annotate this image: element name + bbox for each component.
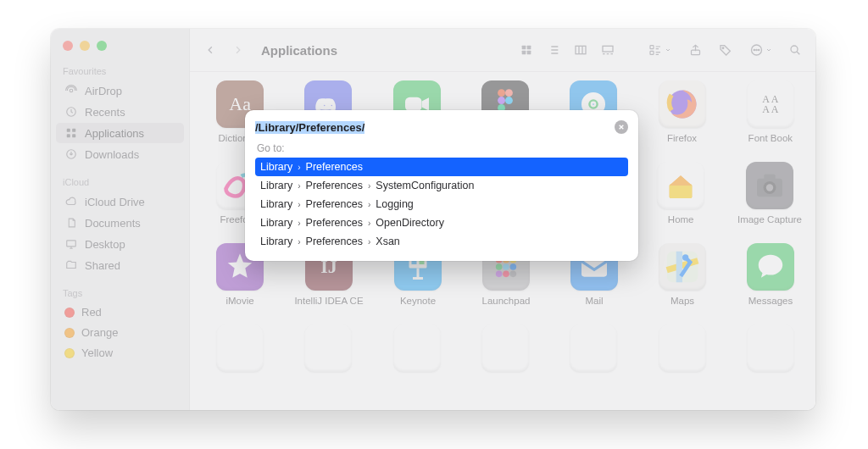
view-list-button[interactable] xyxy=(541,40,566,60)
sidebar-item-label: Applications xyxy=(85,127,144,140)
svg-rect-11 xyxy=(527,51,531,55)
svg-point-47 xyxy=(496,263,503,270)
path-segment: Library xyxy=(260,180,292,191)
location-title: Applications xyxy=(261,43,337,58)
sidebar-item-tag-red[interactable]: Red xyxy=(56,302,184,322)
sidebar-item-documents[interactable]: Documents xyxy=(56,213,184,233)
app-item[interactable]: Home xyxy=(649,162,712,224)
app-item[interactable] xyxy=(650,324,713,372)
sidebar-item-label: Documents xyxy=(85,217,141,230)
chevron-right-icon: › xyxy=(366,200,372,209)
path-segment: Preferences xyxy=(306,180,363,191)
share-button[interactable] xyxy=(683,40,707,60)
app-icon xyxy=(304,324,352,372)
app-item[interactable] xyxy=(562,324,625,372)
sidebar-item-downloads[interactable]: Downloads xyxy=(56,144,184,164)
sidebar: Favourites AirDrop Recents Applications xyxy=(51,29,190,410)
path-segment: SystemConfiguration xyxy=(376,180,474,191)
actions-button[interactable] xyxy=(744,40,776,60)
svg-point-34 xyxy=(592,103,595,106)
search-button[interactable] xyxy=(783,40,807,60)
app-item[interactable]: A A A AFont Book xyxy=(739,80,802,143)
view-icons-button[interactable] xyxy=(514,40,539,60)
svg-point-19 xyxy=(754,49,754,50)
path-segment: Logging xyxy=(376,198,414,210)
svg-point-49 xyxy=(510,263,517,270)
nav-back-button[interactable] xyxy=(198,40,222,60)
svg-point-22 xyxy=(791,46,798,53)
clear-input-button[interactable] xyxy=(615,120,628,134)
go-to-suggestion[interactable]: Library›Preferences›Xsan xyxy=(255,232,628,251)
svg-rect-9 xyxy=(527,46,531,50)
app-label: Keynote xyxy=(400,296,436,306)
path-segment: Preferences xyxy=(306,161,363,173)
go-to-suggestion[interactable]: Library›Preferences›SystemConfiguration xyxy=(255,176,628,195)
toolbar: Applications xyxy=(190,29,815,72)
app-item[interactable] xyxy=(739,324,802,372)
app-icon xyxy=(747,324,794,372)
svg-point-48 xyxy=(503,263,509,270)
app-label: IntelliJ IDEA CE xyxy=(294,296,363,306)
app-label: Maps xyxy=(670,296,694,306)
sidebar-item-label: iCloud Drive xyxy=(85,196,145,208)
app-item[interactable] xyxy=(209,324,271,372)
window-controls xyxy=(51,37,189,54)
sidebar-item-applications[interactable]: Applications xyxy=(56,123,184,143)
shared-folder-icon xyxy=(64,258,78,272)
svg-point-20 xyxy=(755,49,756,50)
svg-rect-15 xyxy=(650,51,654,54)
app-label: Mail xyxy=(585,296,603,306)
app-item[interactable] xyxy=(474,324,537,372)
sidebar-item-airdrop[interactable]: AirDrop xyxy=(56,80,184,101)
desktop-icon xyxy=(64,237,78,251)
svg-rect-2 xyxy=(67,129,70,132)
chevron-right-icon: › xyxy=(366,181,372,191)
app-icon xyxy=(481,324,529,372)
zoom-window-button[interactable] xyxy=(97,41,107,51)
svg-rect-8 xyxy=(522,46,526,50)
path-segment: Library xyxy=(260,198,292,210)
chevron-right-icon: › xyxy=(296,200,302,209)
app-item[interactable] xyxy=(386,324,448,372)
sidebar-item-recents[interactable]: Recents xyxy=(56,102,184,122)
view-gallery-button[interactable] xyxy=(595,40,620,60)
sidebar-item-shared[interactable]: Shared xyxy=(56,255,184,275)
close-window-button[interactable] xyxy=(63,41,73,51)
group-by-button[interactable] xyxy=(643,40,676,60)
svg-point-55 xyxy=(682,254,688,260)
tag-dot-icon xyxy=(64,348,75,358)
svg-point-40 xyxy=(766,184,773,191)
svg-rect-7 xyxy=(67,241,76,247)
path-segment: Xsan xyxy=(376,236,400,247)
minimize-window-button[interactable] xyxy=(80,41,90,51)
app-label: Image Capture xyxy=(737,214,802,224)
sidebar-item-tag-orange[interactable]: Orange xyxy=(56,323,184,342)
app-label: Launchpad xyxy=(482,296,531,306)
sidebar-item-label: Yellow xyxy=(81,346,113,359)
go-to-suggestion[interactable]: Library›Preferences›OpenDirectory xyxy=(255,213,628,232)
path-segment: Preferences xyxy=(306,198,363,210)
app-icon xyxy=(659,324,706,372)
sidebar-item-desktop[interactable]: Desktop xyxy=(56,234,184,254)
nav-forward-button[interactable] xyxy=(225,40,249,60)
chevron-right-icon: › xyxy=(296,219,302,228)
app-icon xyxy=(657,162,704,209)
view-columns-button[interactable] xyxy=(568,40,593,60)
sidebar-section-icloud: iCloud xyxy=(51,165,189,191)
app-item[interactable] xyxy=(297,324,359,372)
go-to-suggestion[interactable]: Library›Preferences›Logging xyxy=(255,195,628,213)
app-label: Messages xyxy=(748,296,793,306)
app-item[interactable]: Messages xyxy=(739,243,802,306)
svg-rect-25 xyxy=(406,98,420,110)
go-to-folder-input[interactable] xyxy=(255,121,615,134)
sidebar-item-iclouddrive[interactable]: iCloud Drive xyxy=(56,191,184,212)
go-to-label: Go to: xyxy=(257,142,626,154)
app-item[interactable]: Maps xyxy=(651,243,714,306)
app-item[interactable]: Image Capture xyxy=(737,162,802,224)
svg-point-17 xyxy=(722,47,724,49)
tags-button[interactable] xyxy=(714,40,737,60)
svg-rect-3 xyxy=(72,129,75,132)
app-item[interactable]: Firefox xyxy=(650,80,713,143)
go-to-suggestion[interactable]: Library›Preferences xyxy=(255,158,628,176)
sidebar-item-tag-yellow[interactable]: Yellow xyxy=(56,343,184,363)
